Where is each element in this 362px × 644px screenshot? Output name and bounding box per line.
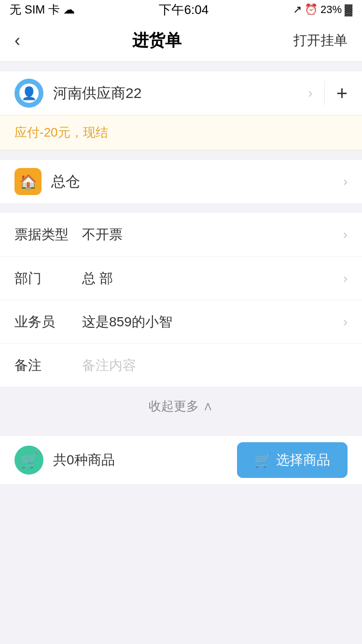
no-sim-text: 无 SIM 卡 ☁ <box>10 2 75 17</box>
alarm-icon: ⏰ <box>305 3 318 16</box>
note-row[interactable]: 备注 备注内容 <box>0 343 362 387</box>
gap-1 <box>0 62 362 71</box>
gap-4 <box>0 425 362 435</box>
department-row[interactable]: 部门 总 部 › <box>0 256 362 300</box>
battery-icon: ▓ <box>345 3 352 16</box>
add-supplier-button[interactable]: + <box>336 84 348 103</box>
gap-3 <box>0 203 362 213</box>
gap-2 <box>0 150 362 160</box>
department-value: 总 部 <box>82 269 343 288</box>
open-pending-button[interactable]: 打开挂单 <box>293 31 348 50</box>
nav-bar: ‹ 进货单 打开挂单 <box>0 19 362 62</box>
supplier-name: 河南供应商22 <box>53 84 308 103</box>
note-label: 备注 <box>14 356 82 375</box>
warehouse-name: 总仓 <box>51 172 343 192</box>
supplier-row[interactable]: 👤 河南供应商22 › + <box>0 71 362 115</box>
sales-rep-chevron-icon: › <box>343 314 348 330</box>
status-left: 无 SIM 卡 ☁ <box>10 2 75 17</box>
select-product-button[interactable]: 🛒 选择商品 <box>237 442 348 478</box>
location-icon: ↗ <box>293 3 302 16</box>
house-icon: 🏠 <box>19 173 37 190</box>
cart-icon: 🛒 <box>20 452 38 469</box>
back-button[interactable]: ‹ <box>14 30 20 51</box>
avatar-inner: 👤 <box>19 84 39 103</box>
vertical-divider <box>324 81 325 105</box>
form-section: 票据类型 不开票 › 部门 总 部 › 业务员 这是859的小智 › 备注 备注… <box>0 213 362 387</box>
select-product-label: 选择商品 <box>276 451 330 469</box>
page: 无 SIM 卡 ☁ 下午6:04 ↗ ⏰ 23% ▓ ‹ 进货单 打开挂单 👤 … <box>0 0 362 644</box>
ticket-type-chevron-icon: › <box>343 227 348 242</box>
sales-rep-row[interactable]: 业务员 这是859的小智 › <box>0 300 362 343</box>
person-icon: 👤 <box>21 86 37 101</box>
department-chevron-icon: › <box>343 271 348 286</box>
sales-rep-label: 业务员 <box>14 313 82 331</box>
status-right: ↗ ⏰ 23% ▓ <box>293 3 352 16</box>
warehouse-section: 🏠 总仓 › <box>0 160 362 203</box>
supplier-avatar: 👤 <box>14 79 43 108</box>
ticket-type-row[interactable]: 票据类型 不开票 › <box>0 213 362 256</box>
warehouse-chevron-icon: › <box>343 174 348 189</box>
product-count: 共0种商品 <box>53 451 237 469</box>
notice-banner: 应付-20元，现结 <box>0 115 362 150</box>
ticket-type-label: 票据类型 <box>14 225 82 244</box>
status-bar: 无 SIM 卡 ☁ 下午6:04 ↗ ⏰ 23% ▓ <box>0 0 362 19</box>
supplier-chevron-icon: › <box>308 85 312 101</box>
warehouse-icon: 🏠 <box>14 168 42 195</box>
ticket-type-value: 不开票 <box>82 225 343 244</box>
select-product-icon: 🛒 <box>254 452 271 468</box>
battery-text: 23% <box>320 3 342 16</box>
page-title: 进货单 <box>132 29 181 52</box>
warehouse-row[interactable]: 🏠 总仓 › <box>0 160 362 203</box>
sales-rep-value: 这是859的小智 <box>82 313 343 331</box>
product-icon: 🛒 <box>14 446 43 475</box>
note-placeholder: 备注内容 <box>82 356 348 375</box>
status-time: 下午6:04 <box>159 1 209 18</box>
bottom-bar: 🛒 共0种商品 🛒 选择商品 <box>0 436 362 484</box>
department-label: 部门 <box>14 269 82 288</box>
supplier-section: 👤 河南供应商22 › + 应付-20元，现结 <box>0 71 362 150</box>
collapse-row[interactable]: 收起更多 ∧ <box>0 387 362 425</box>
